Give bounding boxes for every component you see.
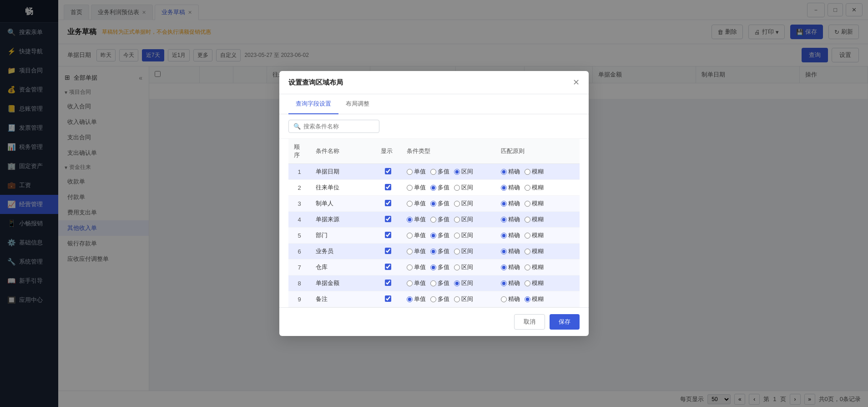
show-checkbox[interactable] xyxy=(385,295,391,302)
type-radio-item[interactable]: 多值 xyxy=(430,247,449,255)
row-type-cell[interactable]: 单值多值区间 xyxy=(401,164,495,180)
modal-footer: 取消 保存 xyxy=(279,307,589,336)
type-radio-item[interactable]: 多值 xyxy=(430,295,449,303)
row-condition-name: 单据日期 xyxy=(310,164,375,180)
row-show-cell[interactable] xyxy=(375,228,401,244)
row-condition-name: 单据金额 xyxy=(310,275,375,291)
row-match-cell[interactable]: 精确模糊 xyxy=(495,291,580,307)
type-radio-item[interactable]: 多值 xyxy=(430,199,449,208)
row-show-cell[interactable] xyxy=(375,259,401,275)
row-type-cell[interactable]: 单值多值区间 xyxy=(401,196,495,212)
row-show-cell[interactable] xyxy=(375,244,401,259)
match-radio-item[interactable]: 模糊 xyxy=(525,231,544,239)
modal-close-button[interactable]: ✕ xyxy=(573,77,580,87)
match-radio-item[interactable]: 精确 xyxy=(501,183,520,192)
match-radio-item[interactable]: 精确 xyxy=(501,215,520,224)
type-radio-item[interactable]: 单值 xyxy=(407,215,426,224)
type-radio-item[interactable]: 区间 xyxy=(454,215,473,224)
row-type-cell[interactable]: 单值多值区间 xyxy=(401,212,495,228)
type-radio-item[interactable]: 区间 xyxy=(454,199,473,208)
modal-save-button[interactable]: 保存 xyxy=(550,314,580,330)
row-type-cell[interactable]: 单值多值区间 xyxy=(401,244,495,259)
show-checkbox[interactable] xyxy=(385,200,391,206)
show-checkbox[interactable] xyxy=(385,184,391,190)
settings-table-wrap: 顺序 条件名称 显示 条件类型 匹配原则 1单据日期单值多值区间精确模糊2往来单… xyxy=(279,139,589,307)
row-show-cell[interactable] xyxy=(375,275,401,291)
show-checkbox[interactable] xyxy=(385,168,391,174)
match-radio-item[interactable]: 精确 xyxy=(501,199,520,208)
match-radio-item[interactable]: 模糊 xyxy=(525,199,544,208)
match-radio-item[interactable]: 模糊 xyxy=(525,247,544,255)
type-radio-item[interactable]: 单值 xyxy=(407,295,426,303)
match-radio-item[interactable]: 模糊 xyxy=(525,279,544,287)
match-radio-item[interactable]: 模糊 xyxy=(525,215,544,224)
type-radio-item[interactable]: 区间 xyxy=(454,247,473,255)
row-show-cell[interactable] xyxy=(375,291,401,307)
th-match: 匹配原则 xyxy=(495,139,580,164)
match-radio-item[interactable]: 精确 xyxy=(501,279,520,287)
row-type-cell[interactable]: 单值多值区间 xyxy=(401,259,495,275)
type-radio-item[interactable]: 区间 xyxy=(454,263,473,271)
match-radio-item[interactable]: 精确 xyxy=(501,295,520,303)
type-radio-item[interactable]: 单值 xyxy=(407,199,426,208)
show-checkbox[interactable] xyxy=(385,280,391,286)
modal-tabs: 查询字段设置 布局调整 xyxy=(279,94,589,114)
type-radio-item[interactable]: 多值 xyxy=(430,183,449,192)
type-radio-item[interactable]: 多值 xyxy=(430,168,449,176)
row-match-cell[interactable]: 精确模糊 xyxy=(495,164,580,180)
row-match-cell[interactable]: 精确模糊 xyxy=(495,228,580,244)
match-radio-item[interactable]: 模糊 xyxy=(525,168,544,176)
row-show-cell[interactable] xyxy=(375,212,401,228)
type-radio-item[interactable]: 区间 xyxy=(454,183,473,192)
tab-field-settings[interactable]: 查询字段设置 xyxy=(288,94,338,114)
match-radio-item[interactable]: 精确 xyxy=(501,247,520,255)
row-show-cell[interactable] xyxy=(375,180,401,196)
row-match-cell[interactable]: 精确模糊 xyxy=(495,275,580,291)
type-radio-item[interactable]: 单值 xyxy=(407,168,426,176)
type-radio-item[interactable]: 单值 xyxy=(407,279,426,287)
show-checkbox[interactable] xyxy=(385,248,391,254)
row-order: 2 xyxy=(288,180,310,196)
settings-table-row: 5部门单值多值区间精确模糊 xyxy=(288,228,580,244)
type-radio-item[interactable]: 区间 xyxy=(454,231,473,239)
type-radio-item[interactable]: 多值 xyxy=(430,231,449,239)
match-radio-item[interactable]: 模糊 xyxy=(525,183,544,192)
type-radio-item[interactable]: 多值 xyxy=(430,263,449,271)
row-match-cell[interactable]: 精确模糊 xyxy=(495,180,580,196)
row-match-cell[interactable]: 精确模糊 xyxy=(495,244,580,259)
type-radio-item[interactable]: 区间 xyxy=(454,295,473,303)
modal-search-input[interactable] xyxy=(303,123,376,130)
row-show-cell[interactable] xyxy=(375,196,401,212)
type-radio-item[interactable]: 多值 xyxy=(430,215,449,224)
settings-table-row: 6业务员单值多值区间精确模糊 xyxy=(288,244,580,259)
type-radio-item[interactable]: 多值 xyxy=(430,279,449,287)
cancel-button[interactable]: 取消 xyxy=(514,314,545,330)
type-radio-item[interactable]: 单值 xyxy=(407,183,426,192)
show-checkbox[interactable] xyxy=(385,232,391,238)
row-match-cell[interactable]: 精确模糊 xyxy=(495,259,580,275)
match-radio-item[interactable]: 精确 xyxy=(501,168,520,176)
row-type-cell[interactable]: 单值多值区间 xyxy=(401,180,495,196)
row-condition-name: 仓库 xyxy=(310,259,375,275)
type-radio-item[interactable]: 单值 xyxy=(407,263,426,271)
type-radio-item[interactable]: 区间 xyxy=(454,168,473,176)
tab-layout-adjust[interactable]: 布局调整 xyxy=(338,94,377,114)
settings-table-row: 1单据日期单值多值区间精确模糊 xyxy=(288,164,580,180)
match-radio-item[interactable]: 精确 xyxy=(501,263,520,271)
type-radio-item[interactable]: 单值 xyxy=(407,231,426,239)
row-condition-name: 往来单位 xyxy=(310,180,375,196)
show-checkbox[interactable] xyxy=(385,216,391,222)
row-match-cell[interactable]: 精确模糊 xyxy=(495,196,580,212)
type-radio-item[interactable]: 单值 xyxy=(407,247,426,255)
row-match-cell[interactable]: 精确模糊 xyxy=(495,212,580,228)
match-radio-item[interactable]: 模糊 xyxy=(525,295,544,303)
type-radio-item[interactable]: 区间 xyxy=(454,279,473,287)
show-checkbox[interactable] xyxy=(385,264,391,270)
match-radio-item[interactable]: 模糊 xyxy=(525,263,544,271)
row-type-cell[interactable]: 单值多值区间 xyxy=(401,228,495,244)
row-show-cell[interactable] xyxy=(375,164,401,180)
th-type: 条件类型 xyxy=(401,139,495,164)
row-type-cell[interactable]: 单值多值区间 xyxy=(401,275,495,291)
row-type-cell[interactable]: 单值多值区间 xyxy=(401,291,495,307)
match-radio-item[interactable]: 精确 xyxy=(501,231,520,239)
